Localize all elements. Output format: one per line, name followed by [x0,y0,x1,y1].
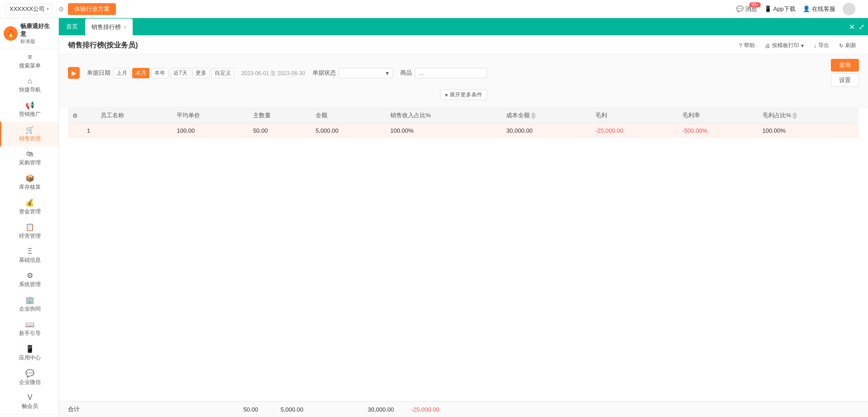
sidebar-item-basics[interactable]: Ξ 基础信息 [0,244,58,268]
col-employee: 员工名称 [96,108,172,124]
status-filter: 单据状态 ▾ [312,68,393,78]
finance-icon: 💰 [25,198,34,207]
purchase-icon: 🛍 [26,150,34,158]
col-avg-price: 平均单价 [172,108,248,124]
print-button[interactable]: 🖨 按模板打印 ▾ [762,41,806,50]
sidebar-item-marketing[interactable]: 📢 营销推广 [0,97,58,122]
sidebar-item-sales[interactable]: 🛒 销售管理 [0,122,58,146]
col-settings[interactable]: ⚙ [68,108,82,124]
sidebar-item-apps[interactable]: 📱 应用中心 [0,341,58,365]
cell-sales-pct: 100.00% [386,124,502,138]
refresh-button[interactable]: ↻ 刷新 [836,41,859,50]
footer-main-qty: 50.00 [213,406,258,413]
trial-button[interactable]: 体验行业方案 [68,3,116,15]
footer-cost: 30,000.00 [349,406,394,413]
avatar[interactable] [843,3,855,15]
cell-settings [68,124,82,138]
date-filter: 单据日期 上月 本月 本年 近7天 更多 自定义 [87,68,234,78]
window-expand-icon[interactable]: ⤢ [858,23,864,31]
date-btn-more[interactable]: 更多 [192,68,210,78]
print-label: 按模板打印 [772,42,799,49]
expand-chevron-icon: ▾ [445,92,448,98]
cell-gross: -25,000.00 [591,124,678,138]
date-btn-this-year[interactable]: 本年 [151,68,168,78]
sidebar-item-guide[interactable]: 📖 新手引导 [0,316,58,341]
sidebar-label: 畅会员 [22,403,38,410]
date-btn-custom[interactable]: 自定义 [211,68,234,78]
data-table: ⚙ 员工名称 平均单价 主数量 全额 销售收入占比% 成本全额 i 毛利 毛利率… [68,108,859,138]
service-label: 在线客服 [812,5,835,13]
page-title: 销售排行榜(按业务员) [68,41,138,50]
settings-icon[interactable]: ⚙ [58,5,64,13]
table-header: ⚙ 员工名称 平均单价 主数量 全额 销售收入占比% 成本全额 i 毛利 毛利率… [68,108,859,124]
status-select[interactable]: ▾ [339,68,393,78]
help-button[interactable]: ? 帮助 [736,41,758,50]
app-label: App下载 [773,5,796,13]
window-close-icon[interactable]: ✕ [849,23,855,31]
date-btn-7days[interactable]: 近7天 [170,68,191,78]
expand-label: 展开更多条件 [450,91,482,99]
main-layout: 🔥 畅康通好生意 标准版 ≡ 搜索菜单 ⌂ 快捷导航 📢 营销推广 🛒 销售管理… [0,18,868,417]
filter-row: ▶ 单据日期 上月 本月 本年 近7天 更多 自定义 [68,59,859,87]
app-download-button[interactable]: 📱 App下载 [764,5,796,13]
sidebar-label: 经营管理 [19,232,41,240]
sidebar-label: 基础信息 [19,256,41,264]
status-label: 单据状态 [312,69,336,77]
col-gross: 毛利 [591,108,678,124]
query-button[interactable]: 查询 [831,59,859,72]
sidebar-label: 销售管理 [19,135,41,143]
footer-total-text: 合计 [68,406,80,412]
goods-input[interactable]: ... [415,68,487,78]
operations-icon: 📋 [25,223,34,231]
sidebar-item-system[interactable]: ⚙ 系统管理 [0,268,58,292]
refresh-icon: ↻ [839,43,844,49]
sidebar-item-enterprise[interactable]: 🏢 企业协同 [0,292,58,316]
sidebar-item-finance[interactable]: 💰 资金管理 [0,195,58,219]
sidebar-item-quick-nav[interactable]: ⌂ 快捷导航 [0,73,58,97]
date-btn-last-month[interactable]: 上月 [113,68,130,78]
sidebar-label: 快捷导航 [19,86,41,94]
cell-gross-pct: 100.00% [758,124,859,138]
sidebar-label: 应用中心 [19,354,41,362]
sidebar-item-operations[interactable]: 📋 经营管理 [0,219,58,244]
date-shortcuts: 上月 本月 本年 近7天 更多 自定义 [113,68,234,78]
guide-icon: 📖 [25,320,34,329]
date-label: 单据日期 [87,69,110,77]
wechat-icon: 💬 [25,369,34,378]
expand-conditions-button[interactable]: ▾ 展开更多条件 [440,90,487,100]
sidebar-label: 系统管理 [19,281,41,288]
sidebar-item-member[interactable]: V 畅会员 [0,390,58,414]
status-chevron-icon: ▾ [386,70,389,77]
col-gross-pct: 毛利占比% i [758,108,859,124]
col-sales-pct: 销售收入占比% [386,108,502,124]
cell-gross-rate: -500.00% [678,124,758,138]
sidebar-logo: 🔥 畅康通好生意 标准版 [0,18,58,49]
tab-close-icon[interactable]: × [124,24,126,30]
system-icon: ⚙ [27,271,33,280]
export-button[interactable]: ↓ 导出 [811,41,832,50]
company-selector[interactable]: XXXXXX公司 ▾ [5,4,53,14]
tab-home[interactable]: 首页 [59,18,85,35]
content-area: 首页 销售排行榜 × ✕ ⤢ 销售排行榜(按业务员) ? 帮助 [59,18,868,417]
sidebar-item-purchase[interactable]: 🛍 采购管理 [0,146,58,170]
service-icon: 👤 [803,5,810,12]
date-btn-this-month[interactable]: 本月 [132,68,149,78]
sales-icon: 🛒 [25,125,34,134]
message-button[interactable]: 💬 消息 99+ [736,5,757,13]
goods-label: 商品 [400,69,412,77]
tab-bar-right: ✕ ⤢ [845,23,868,31]
marketing-icon: 📢 [25,101,34,110]
filter-toggle-button[interactable]: ▶ [68,67,80,79]
filter-settings-button[interactable]: 设置 [831,73,859,87]
chevron-down-icon: ▾ [47,6,49,11]
sidebar-item-wechat[interactable]: 💬 企业微信 [0,365,58,390]
online-service-button[interactable]: 👤 在线客服 [803,5,835,13]
tab-sales-ranking[interactable]: 销售排行榜 × [85,19,133,36]
top-bar: XXXXXX公司 ▾ ⚙ 体验行业方案 💬 消息 99+ 📱 App下载 👤 在… [0,0,868,18]
sidebar-item-search-order[interactable]: ≡ 搜索菜单 [0,49,58,73]
table-footer: 合计 50.00 5,000.00 30,000.00 -25,000.00 [59,401,868,417]
sidebar-item-inventory[interactable]: 📦 库存核算 [0,170,58,195]
search-menu-icon: ≡ [28,53,32,61]
top-bar-right: 💬 消息 99+ 📱 App下载 👤 在线客服 [736,3,863,15]
col-rank [82,108,96,124]
